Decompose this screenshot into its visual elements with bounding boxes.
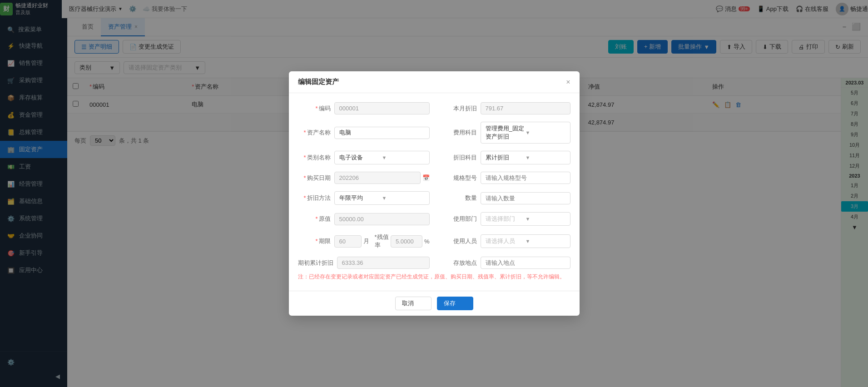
form-row-dep-method: *折旧方法 年限平均 ▼ bbox=[298, 191, 430, 205]
modal-title: 编辑固定资产 bbox=[298, 78, 339, 86]
save-button[interactable]: 保存 bbox=[437, 297, 473, 310]
period-input bbox=[334, 235, 362, 248]
form-row-spec-model: 规格型号 bbox=[441, 172, 570, 184]
expense-chevron-icon: ▼ bbox=[526, 130, 565, 135]
modal-close-button[interactable]: × bbox=[566, 78, 570, 86]
form-row-person: 使用人员 请选择人员 ▼ bbox=[441, 233, 570, 249]
person-select[interactable]: 请选择人员 ▼ bbox=[481, 234, 570, 248]
period-unit: 月 bbox=[363, 237, 369, 245]
department-select[interactable]: 请选择部门 ▼ bbox=[481, 212, 570, 226]
monthly-dep-input bbox=[481, 102, 570, 114]
residual-rate-unit: % bbox=[424, 238, 430, 245]
spec-model-input[interactable] bbox=[481, 172, 570, 184]
purchase-date-input bbox=[334, 172, 421, 184]
modal-footer: 取消 保存 bbox=[289, 291, 580, 316]
original-value-input bbox=[334, 213, 430, 225]
form-row-monthly-dep: 本月折旧 bbox=[441, 102, 570, 114]
dept-chevron-icon: ▼ bbox=[526, 216, 565, 222]
cancel-button[interactable]: 取消 bbox=[395, 297, 432, 310]
location-input[interactable] bbox=[481, 257, 570, 269]
form-row-quantity: 数量 bbox=[441, 191, 570, 205]
asset-name-input[interactable] bbox=[334, 127, 430, 139]
form-row-original-value: *原值 bbox=[298, 212, 430, 226]
form-grid: *编码 本月折旧 *资产名称 费用科目 管理费用_固定资产折旧 bbox=[298, 102, 570, 269]
residual-rate-input bbox=[391, 235, 422, 248]
dep-method-chevron-icon: ▼ bbox=[382, 195, 425, 201]
form-row-initial-accum-dep: 期初累计折旧 bbox=[298, 257, 430, 269]
form-row-code: *编码 bbox=[298, 102, 430, 114]
modal-body: *编码 本月折旧 *资产名称 费用科目 管理费用_固定资产折旧 bbox=[289, 93, 580, 290]
form-row-expense-subject: 费用科目 管理费用_固定资产折旧 ▼ bbox=[441, 122, 570, 144]
initial-accum-dep-input bbox=[337, 257, 430, 269]
dep-method-select[interactable]: 年限平均 ▼ bbox=[334, 191, 430, 205]
form-row-purchase-date: *购买日期 📅 bbox=[298, 172, 430, 184]
modal-overlay: 编辑固定资产 × *编码 本月折旧 *资产名称 bbox=[0, 0, 868, 387]
category-chevron-icon: ▼ bbox=[382, 155, 425, 160]
form-row-dep-subject: 折旧科目 累计折旧 ▼ bbox=[441, 151, 570, 164]
person-chevron-icon: ▼ bbox=[526, 238, 565, 244]
form-row-asset-name: *资产名称 bbox=[298, 122, 430, 144]
residual-rate-label: *残值率 bbox=[375, 233, 389, 249]
dep-subject-select[interactable]: 累计折旧 ▼ bbox=[481, 151, 570, 164]
form-row-location: 存放地点 bbox=[441, 257, 570, 269]
dep-subject-chevron-icon: ▼ bbox=[526, 155, 565, 160]
calendar-icon[interactable]: 📅 bbox=[422, 174, 430, 181]
form-row-category: *类别名称 电子设备 ▼ bbox=[298, 151, 430, 164]
form-row-department: 使用部门 请选择部门 ▼ bbox=[441, 212, 570, 226]
edit-asset-modal: 编辑固定资产 × *编码 本月折旧 *资产名称 bbox=[289, 71, 580, 315]
form-row-period-residual: *期限 月 *残值率 % bbox=[298, 233, 430, 249]
code-input[interactable] bbox=[334, 102, 430, 114]
category-select[interactable]: 电子设备 ▼ bbox=[334, 151, 430, 164]
expense-subject-select[interactable]: 管理费用_固定资产折旧 ▼ bbox=[481, 122, 570, 144]
modal-header: 编辑固定资产 × bbox=[289, 71, 580, 93]
quantity-input[interactable] bbox=[481, 192, 570, 204]
modal-note: 注：已经存在变更记录或者对应固定资产已经生成凭证，原值、购买日期、残值率、累计折… bbox=[298, 269, 570, 281]
